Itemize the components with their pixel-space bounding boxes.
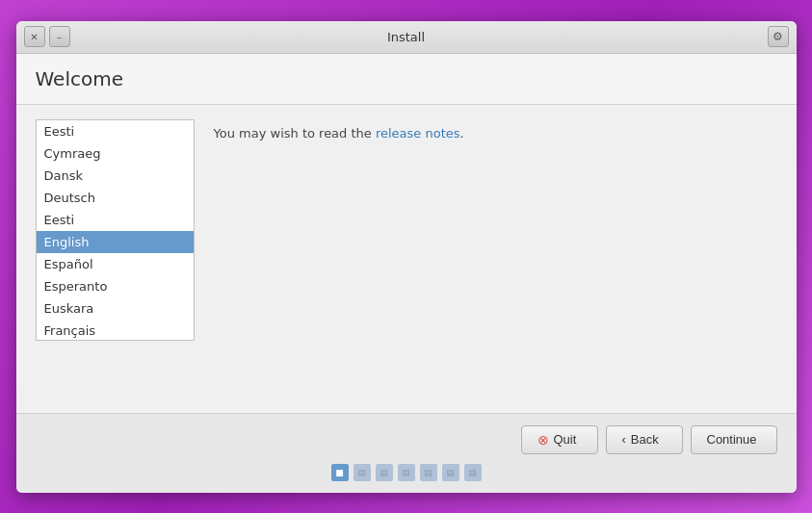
quit-button[interactable]: ⊗ Quit [521,425,598,454]
progress-dot-0: ■ [331,464,349,481]
content-area: Welcome EestiCymraegDanskDeutschEestiEng… [16,54,797,413]
quit-icon: ⊗ [537,432,549,448]
language-item-deutsch[interactable]: Deutsch [37,187,194,209]
language-item-francais[interactable]: Français [37,320,194,341]
language-item-espanol[interactable]: Español [37,253,194,275]
right-content: You may wish to read the release notes. [214,119,777,398]
progress-dot-3: ▤ [398,464,415,481]
button-row: ⊗ Quit ‹ Back Continue [36,425,777,454]
progress-dots: ■▤▤▤▤▤▤ [36,464,777,481]
language-item-eesti2[interactable]: Eesti [37,209,194,231]
language-item-eesti[interactable]: Eesti [37,120,194,142]
welcome-header: Welcome [16,54,797,105]
language-list[interactable]: EestiCymraegDanskDeutschEestiEnglishEspa… [36,119,195,341]
install-window: ✕ – Install ⚙ Welcome EestiCymraegDanskD… [16,21,797,493]
window-controls: ✕ – [24,26,70,47]
close-button[interactable]: ✕ [24,26,45,47]
language-item-dansk[interactable]: Dansk [37,165,194,187]
main-content: EestiCymraegDanskDeutschEestiEnglishEspa… [16,105,797,413]
minimize-button[interactable]: – [49,26,70,47]
release-notes-link[interactable]: release notes [376,126,460,141]
titlebar: ✕ – Install ⚙ [16,21,797,54]
settings-button[interactable]: ⚙ [768,26,789,47]
progress-dot-1: ▤ [354,464,371,481]
language-item-euskara[interactable]: Euskara [37,297,194,320]
progress-dot-2: ▤ [376,464,393,481]
back-button[interactable]: ‹ Back [606,425,683,454]
language-item-esperanto[interactable]: Esperanto [37,275,194,297]
window-title: Install [387,30,425,44]
progress-dot-4: ▤ [420,464,437,481]
language-list-container: EestiCymraegDanskDeutschEestiEnglishEspa… [36,119,195,398]
language-item-cymraeg[interactable]: Cymraeg [37,142,194,165]
progress-dot-5: ▤ [442,464,459,481]
bottom-area: ⊗ Quit ‹ Back Continue ■▤▤▤▤▤▤ [16,413,797,493]
release-notes-text: You may wish to read the release notes. [214,124,777,143]
continue-button[interactable]: Continue [691,425,777,454]
welcome-title: Welcome [36,67,123,90]
back-icon: ‹ [622,432,626,447]
progress-dot-6: ▤ [464,464,482,481]
language-item-english[interactable]: English [37,231,194,253]
